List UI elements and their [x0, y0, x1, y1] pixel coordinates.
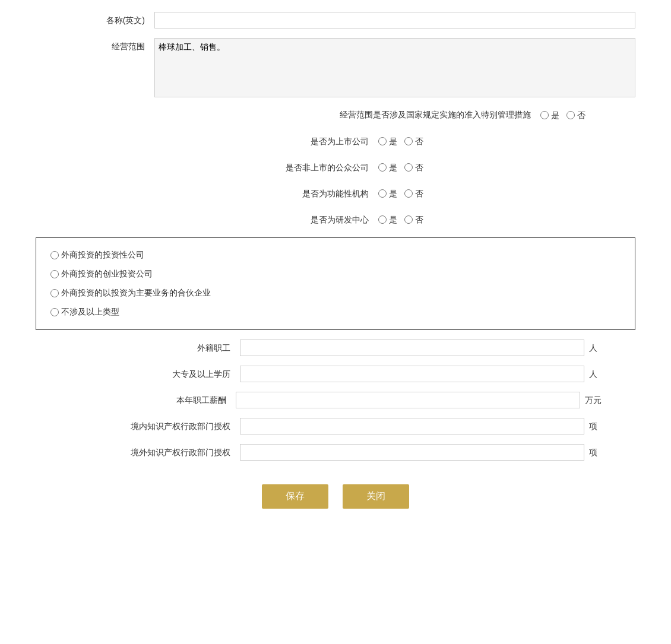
rd-yes-label: 是 [389, 211, 397, 228]
foreign-invest-label-2: 外商投资的创业投资公司 [61, 269, 153, 280]
rd-yes[interactable]: 是 [378, 211, 397, 228]
foreign-invest-option-4-row: 不涉及以上类型 [50, 307, 621, 318]
foreign-ip-input[interactable] [240, 444, 584, 461]
domestic-ip-label: 境内知识产权行政部门授权 [74, 418, 240, 434]
listed-no-label: 否 [415, 133, 423, 150]
business-scope-row: 经营范围 棒球加工、销售。 [36, 38, 635, 97]
functional-org-row: 是否为功能性机构 是 否 [36, 185, 635, 202]
college-edu-label: 大专及以上学历 [74, 366, 240, 382]
foreign-staff-input[interactable] [240, 340, 584, 356]
name-en-label: 各称(英文) [36, 12, 154, 28]
foreign-invest-box: 外商投资的投资性公司 外商投资的创业投资公司 外商投资的以投资为主要业务的合伙企… [36, 237, 635, 330]
functional-yes-label: 是 [389, 185, 397, 202]
foreign-staff-label: 外籍职工 [74, 340, 240, 356]
business-scope-textarea[interactable]: 棒球加工、销售。 [154, 38, 635, 97]
save-button[interactable]: 保存 [262, 484, 328, 509]
college-edu-row: 大专及以上学历 人 [36, 366, 635, 382]
non-listed-yes-label: 是 [389, 159, 397, 176]
foreign-invest-radio-2[interactable] [50, 270, 59, 278]
foreign-ip-unit: 项 [589, 444, 597, 461]
foreign-ip-input-wrap: 项 [240, 444, 597, 461]
foreign-ip-label: 境外知识产权行政部门授权 [74, 444, 240, 461]
special-mgmt-yes-label: 是 [551, 107, 559, 123]
listed-yes-label: 是 [389, 133, 397, 150]
special-mgmt-no-label: 否 [577, 107, 585, 123]
listed-yes-radio[interactable] [378, 137, 387, 145]
special-mgmt-no-radio[interactable] [566, 111, 575, 119]
functional-no[interactable]: 否 [404, 185, 423, 202]
functional-org-radio-group: 是 否 [378, 185, 423, 202]
foreign-staff-row: 外籍职工 人 [36, 340, 635, 356]
special-mgmt-label: 经营范围是否涉及国家规定实施的准入特别管理措施 [36, 110, 540, 120]
non-listed-no-label: 否 [415, 159, 423, 176]
listed-company-row: 是否为上市公司 是 否 [36, 133, 635, 150]
non-listed-public-row: 是否非上市的公众公司 是 否 [36, 159, 635, 176]
foreign-invest-option-2[interactable]: 外商投资的创业投资公司 [50, 269, 153, 280]
functional-no-radio[interactable] [404, 189, 413, 198]
name-en-input[interactable] [154, 12, 635, 28]
annual-salary-label: 本年职工薪酬 [69, 392, 236, 408]
foreign-invest-label-1: 外商投资的投资性公司 [61, 250, 144, 261]
rd-center-radio-group: 是 否 [378, 211, 423, 228]
foreign-invest-radio-3[interactable] [50, 289, 59, 297]
foreign-invest-radio-1[interactable] [50, 251, 59, 259]
domestic-ip-row: 境内知识产权行政部门授权 项 [36, 418, 635, 434]
rd-yes-radio[interactable] [378, 215, 387, 224]
annual-salary-unit: 万元 [585, 392, 602, 408]
special-mgmt-no[interactable]: 否 [566, 107, 585, 123]
listed-yes[interactable]: 是 [378, 133, 397, 150]
rd-center-row: 是否为研发中心 是 否 [36, 211, 635, 228]
foreign-staff-unit: 人 [589, 340, 597, 356]
non-listed-public-label: 是否非上市的公众公司 [248, 159, 378, 176]
listed-no[interactable]: 否 [404, 133, 423, 150]
form-container: 各称(英文) 经营范围 棒球加工、销售。 经营范围是否涉及国家规定实施的准入特别… [36, 12, 635, 509]
functional-yes[interactable]: 是 [378, 185, 397, 202]
foreign-invest-label-3: 外商投资的以投资为主要业务的合伙企业 [61, 288, 211, 299]
close-button[interactable]: 关闭 [343, 484, 409, 509]
college-edu-unit: 人 [589, 366, 597, 382]
listed-no-radio[interactable] [404, 137, 413, 145]
foreign-staff-input-wrap: 人 [240, 340, 597, 356]
rd-center-label: 是否为研发中心 [248, 211, 378, 228]
college-edu-input[interactable] [240, 366, 584, 382]
rd-no-label: 否 [415, 211, 423, 228]
special-mgmt-radio-group: 是 否 [540, 107, 635, 123]
functional-no-label: 否 [415, 185, 423, 202]
domestic-ip-unit: 项 [589, 418, 597, 434]
foreign-invest-label-4: 不涉及以上类型 [61, 307, 119, 318]
foreign-invest-option-1-row: 外商投资的投资性公司 [50, 250, 621, 261]
listed-company-radio-group: 是 否 [378, 133, 423, 150]
foreign-ip-row: 境外知识产权行政部门授权 项 [36, 444, 635, 461]
special-mgmt-yes-radio[interactable] [540, 111, 549, 119]
non-listed-yes[interactable]: 是 [378, 159, 397, 176]
functional-org-label: 是否为功能性机构 [248, 185, 378, 202]
rd-no-radio[interactable] [404, 215, 413, 224]
special-mgmt-yes[interactable]: 是 [540, 107, 559, 123]
annual-salary-row: 本年职工薪酬 万元 [36, 392, 635, 408]
functional-yes-radio[interactable] [378, 189, 387, 198]
non-listed-no-radio[interactable] [404, 163, 413, 172]
annual-salary-input-wrap: 万元 [236, 392, 602, 408]
foreign-invest-option-2-row: 外商投资的创业投资公司 [50, 269, 621, 280]
college-edu-input-wrap: 人 [240, 366, 597, 382]
business-scope-label: 经营范围 [36, 38, 154, 55]
foreign-invest-option-3-row: 外商投资的以投资为主要业务的合伙企业 [50, 288, 621, 299]
foreign-invest-radio-4[interactable] [50, 308, 59, 316]
foreign-invest-option-3[interactable]: 外商投资的以投资为主要业务的合伙企业 [50, 288, 211, 299]
foreign-invest-option-4[interactable]: 不涉及以上类型 [50, 307, 119, 318]
button-row: 保存 关闭 [36, 484, 635, 509]
rd-no[interactable]: 否 [404, 211, 423, 228]
listed-company-label: 是否为上市公司 [248, 133, 378, 150]
name-en-row: 各称(英文) [36, 12, 635, 28]
foreign-invest-option-1[interactable]: 外商投资的投资性公司 [50, 250, 144, 261]
non-listed-public-radio-group: 是 否 [378, 159, 423, 176]
domestic-ip-input-wrap: 项 [240, 418, 597, 434]
special-mgmt-row: 经营范围是否涉及国家规定实施的准入特别管理措施 是 否 [36, 107, 635, 123]
domestic-ip-input[interactable] [240, 418, 584, 434]
annual-salary-input[interactable] [236, 392, 580, 408]
non-listed-yes-radio[interactable] [378, 163, 387, 172]
non-listed-no[interactable]: 否 [404, 159, 423, 176]
